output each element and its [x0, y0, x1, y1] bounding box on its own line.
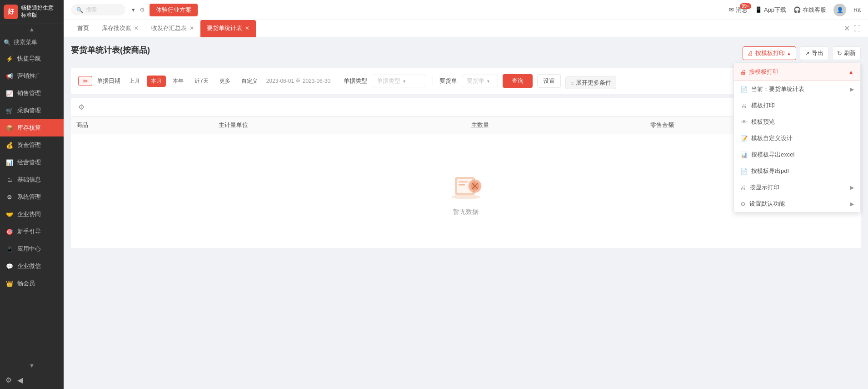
date-btn-7days[interactable]: 近7天	[190, 76, 213, 87]
export-label: 导出	[812, 49, 823, 57]
printer-icon: 🖨	[748, 50, 753, 57]
dropdown-title: 按模板打印	[749, 68, 778, 76]
settings-outline-btn[interactable]: 设置	[537, 74, 561, 88]
topbar-right: ✉ 消息 99+ 📱 App下载 🎧 在线客服 👤 Rit	[729, 4, 861, 16]
search-icon: 🔍	[76, 7, 83, 13]
dropdown-close-btn[interactable]: ▲	[848, 69, 854, 76]
sidebar-item-sales[interactable]: 📈 销售管理	[0, 85, 64, 102]
username: Rit	[853, 6, 861, 13]
scroll-up-btn[interactable]: ▲	[0, 24, 64, 35]
filter-bottom-row: ≡ 展开更多条件	[565, 76, 616, 89]
sidebar-item-label: 销售管理	[17, 89, 41, 97]
industry-btn[interactable]: 体验行业方案	[150, 4, 198, 16]
search-menu-btn[interactable]: 🔍 搜索菜单	[0, 35, 64, 50]
col-goods: 商品	[71, 116, 213, 134]
dropdown-header-title: 🖨 按模板打印	[740, 68, 778, 76]
expand-more-btn[interactable]: ≡ 展开更多条件	[565, 76, 616, 89]
date-btn-custom[interactable]: 自定义	[237, 76, 262, 87]
dropdown-item-template-pdf[interactable]: 📄 按模板导出pdf	[734, 163, 860, 179]
date-btn-more[interactable]: 更多	[215, 76, 234, 87]
collapse-icon[interactable]: ◀	[17, 376, 23, 384]
expand-tab-btn[interactable]: ⛶	[853, 25, 861, 33]
enterprise-icon: 🤝	[5, 210, 14, 218]
sidebar-item-finance[interactable]: 💰 资金管理	[0, 136, 64, 154]
sidebar-item-wechat[interactable]: 💬 企业微信	[0, 258, 64, 275]
search-icon: 🔍	[4, 39, 11, 46]
query-btn[interactable]: 查询	[503, 74, 533, 88]
topbar-dropdown[interactable]: ▾	[130, 6, 135, 13]
sidebar-item-purchase[interactable]: 🛒 采购管理	[0, 102, 64, 119]
gear-btn[interactable]: ⚙	[140, 6, 145, 13]
settings-bottom-icon[interactable]: ⚙	[5, 376, 12, 384]
tab-order-stat[interactable]: 要货单统计表 ✕	[200, 20, 256, 37]
goods-select[interactable]: 要货单 ▾	[462, 75, 498, 87]
scroll-down-btn[interactable]: ▼	[0, 360, 64, 371]
sidebar-item-appstore[interactable]: 📱 应用中心	[0, 240, 64, 258]
sidebar-item-label: 基础信息	[17, 176, 41, 184]
download-icon: 📱	[755, 6, 762, 13]
sidebar-item-system[interactable]: ⚙ 系统管理	[0, 188, 64, 206]
filter-expand-btn[interactable]: ≫	[78, 76, 92, 86]
dropdown-item-template-design[interactable]: 📝 模板自定义设计	[734, 130, 860, 147]
online-service-label: 在线客服	[803, 6, 826, 14]
system-icon: ⚙	[5, 193, 14, 201]
sidebar-item-operation[interactable]: 📊 经营管理	[0, 154, 64, 171]
sidebar-item-label: 库存核算	[17, 124, 41, 132]
chevron-right-icon: ▶	[850, 185, 854, 191]
default-icon: ⚙	[740, 201, 746, 207]
tab-close-sales-receipt[interactable]: ✕	[190, 25, 194, 31]
template-excel-icon: 📊	[740, 152, 748, 158]
avatar[interactable]: 👤	[833, 4, 846, 16]
query-label: 查询	[512, 77, 524, 84]
sidebar-item-enterprise[interactable]: 🤝 企业协同	[0, 206, 64, 223]
date-quick-btns: 上月 本月 本年 近7天 更多 自定义	[125, 76, 262, 87]
tab-home[interactable]: 首页	[71, 20, 95, 37]
basic-icon: 🗂	[5, 176, 14, 184]
tab-sales-receipt[interactable]: 收发存汇总表 ✕	[145, 20, 200, 37]
topbar-search[interactable]: 🔍 搜索	[71, 4, 125, 15]
sidebar-item-guide[interactable]: 🎯 新手引导	[0, 223, 64, 240]
date-btn-this-month[interactable]: 本月	[147, 76, 166, 87]
sidebar-item-label: 企业协同	[17, 210, 41, 218]
tab-close-inventory-batch[interactable]: ✕	[134, 25, 139, 31]
messages-btn[interactable]: ✉ 消息 99+	[729, 6, 748, 14]
export-btn[interactable]: ↗ 导出	[800, 46, 828, 60]
tab-order-stat-label: 要货单统计表	[207, 24, 242, 32]
refresh-btn[interactable]: ↻ 刷新	[832, 46, 861, 60]
dropdown-item-template-print[interactable]: 🖨 模板打印	[734, 97, 860, 114]
sidebar-item-inventory[interactable]: 📦 库存核算	[0, 119, 64, 136]
app-download-label: App下载	[764, 6, 786, 14]
online-service-btn[interactable]: 🎧 在线客服	[793, 6, 826, 14]
dropdown-item-template-excel[interactable]: 📊 按模板导出excel	[734, 147, 860, 163]
display-print-icon: 🖨	[740, 184, 746, 191]
message-icon: ✉	[729, 6, 734, 13]
date-btn-prev-month[interactable]: 上月	[125, 76, 144, 87]
tab-inventory-batch[interactable]: 库存批次账 ✕	[95, 20, 145, 37]
sidebar-item-quick-nav[interactable]: ⚡ 快捷导航	[0, 50, 64, 67]
sidebar-item-member[interactable]: 👑 畅会员	[0, 275, 64, 292]
finance-icon: 💰	[5, 141, 14, 149]
dropdown-current-label: 当前：要货单统计表	[751, 85, 804, 93]
template-preview-label: 模板预览	[751, 118, 775, 126]
sidebar-item-label: 经营管理	[17, 158, 41, 167]
sidebar-item-label: 畅会员	[17, 279, 35, 288]
action-buttons: 🖨 按模板打印 ▲ ↗ 导出 ↻ 刷新 🖨	[743, 46, 861, 60]
col-unit: 主计量单位	[213, 116, 466, 134]
sales-icon: 📈	[5, 89, 14, 97]
order-type-select[interactable]: 单据类型 ▾	[372, 75, 426, 87]
goods-chevron-icon: ▾	[487, 79, 489, 84]
tab-close-order-stat[interactable]: ✕	[245, 25, 249, 31]
table-settings-icon[interactable]: ⚙	[78, 103, 85, 111]
operation-icon: 📊	[5, 158, 14, 167]
dropdown-set-default[interactable]: ⚙ 设置默认功能 ▶	[734, 196, 860, 212]
sidebar-item-marketing[interactable]: 📢 营销推广	[0, 67, 64, 85]
close-tab-btn[interactable]: ✕	[844, 24, 850, 33]
app-download-btn[interactable]: 📱 App下载	[755, 6, 786, 14]
dropdown-item-template-preview[interactable]: 👁 模板预览	[734, 114, 860, 130]
date-btn-this-year[interactable]: 本年	[169, 76, 188, 87]
sidebar-item-basic[interactable]: 🗂 基础信息	[0, 171, 64, 188]
filter-top-row: 单据日期 上月 本月 本年 近7天 更多 自定义 2023-06-01 至 20…	[97, 74, 561, 88]
print-template-btn[interactable]: 🖨 按模板打印 ▲	[743, 46, 796, 60]
filter-divider-2	[433, 76, 433, 86]
dropdown-display-print[interactable]: 🖨 按显示打印 ▶	[734, 179, 860, 196]
